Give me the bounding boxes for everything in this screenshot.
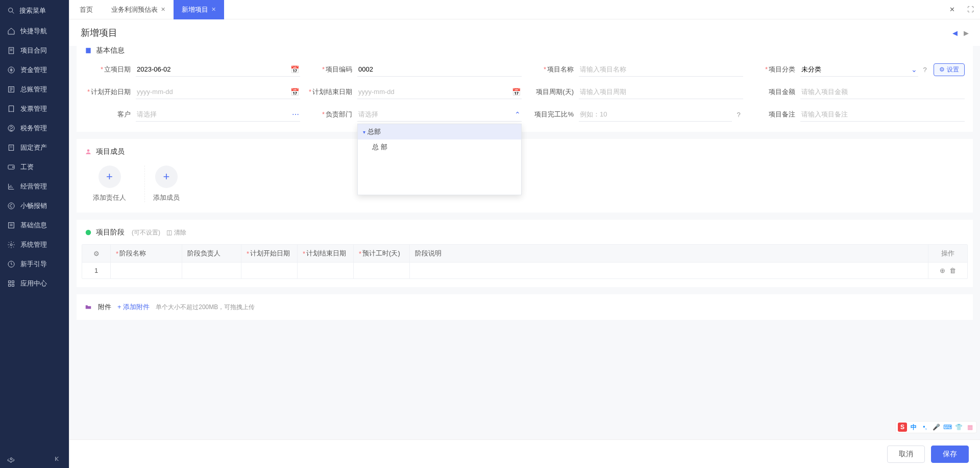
next-icon[interactable]: ▶: [964, 29, 969, 37]
col-name: *阶段名称: [111, 245, 182, 262]
row-name[interactable]: [111, 262, 182, 278]
add-owner: + 添加责任人: [85, 166, 134, 202]
sidebar-item-asset[interactable]: 固定资产: [0, 138, 69, 157]
chevron-up-icon[interactable]: ⌃: [514, 110, 521, 119]
ime-toolbox-icon[interactable]: ▦: [965, 423, 974, 432]
remark-input[interactable]: [800, 107, 965, 122]
svg-rect-15: [12, 284, 14, 286]
sidebar-item-quicknav[interactable]: 快捷导航: [0, 21, 69, 41]
ime-logo-icon[interactable]: S: [898, 423, 907, 432]
sidebar-item-operate[interactable]: 经营管理: [0, 177, 69, 196]
ime-skin-icon[interactable]: 👕: [954, 423, 963, 432]
tab-label: 业务利润预估表: [111, 5, 158, 14]
sidebar-item-tax[interactable]: 税务管理: [0, 119, 69, 138]
calendar-icon[interactable]: 📅: [290, 88, 299, 96]
dropdown-label: 总 部: [372, 143, 387, 152]
dropdown-item-child[interactable]: 总 部: [358, 139, 521, 155]
customer-select[interactable]: [136, 107, 300, 122]
help-icon[interactable]: ?: [734, 111, 743, 119]
stage-table: ⚙ *阶段名称 阶段负责人 *计划开始日期 *计划结束日期 *预计工时(天) 阶…: [82, 244, 968, 279]
sidebar-item-system[interactable]: 系统管理: [0, 235, 69, 254]
sidebar-item-ledger[interactable]: 总账管理: [0, 80, 69, 99]
table-row: 1 ⊕ 🗑: [82, 262, 967, 278]
sidebar-item-appcenter[interactable]: 应用中心: [0, 274, 69, 293]
clear-button[interactable]: ◫清除: [166, 228, 186, 237]
end-input[interactable]: [357, 85, 522, 99]
gear-icon[interactable]: ⚙: [93, 250, 100, 258]
add-row-icon[interactable]: ⊕: [940, 267, 945, 274]
field-date: *立项日期 📅: [82, 62, 303, 77]
ime-mic-icon[interactable]: 🎤: [932, 423, 941, 432]
fullscreen-icon[interactable]: ⛶: [964, 3, 977, 16]
date-input[interactable]: [136, 62, 300, 77]
period-input[interactable]: [579, 85, 743, 99]
save-button[interactable]: 保存: [931, 446, 969, 463]
sidebar-item-invoice[interactable]: 发票管理: [0, 99, 69, 119]
prev-icon[interactable]: ◀: [952, 29, 958, 37]
close-all-icon[interactable]: ✕: [945, 3, 959, 16]
tab-newproject[interactable]: 新增项目✕: [174, 0, 224, 19]
calendar-icon[interactable]: 📅: [512, 88, 521, 96]
add-member-button[interactable]: +: [155, 166, 178, 188]
chevron-down-icon[interactable]: ⌄: [911, 65, 917, 74]
close-icon[interactable]: ✕: [211, 6, 216, 13]
sidebar-footer: [0, 450, 69, 468]
add-attachment-button[interactable]: + 添加附件: [117, 302, 150, 312]
table-header: ⚙ *阶段名称 阶段负责人 *计划开始日期 *计划结束日期 *预计工时(天) 阶…: [82, 245, 967, 262]
row-owner[interactable]: [182, 262, 241, 278]
sidebar-item-expense[interactable]: 小畅报销: [0, 196, 69, 216]
ime-lang-icon[interactable]: 中: [909, 423, 918, 432]
ime-punct-icon[interactable]: •,: [920, 423, 929, 432]
field-code: *项目编码: [303, 62, 525, 77]
page-title: 新增项目: [81, 27, 117, 39]
c-icon: [7, 202, 15, 210]
sidebar-item-baseinfo[interactable]: 基础信息: [0, 216, 69, 235]
sidebar-item-fund[interactable]: 资金管理: [0, 60, 69, 80]
dropdown-item-root[interactable]: ▾总部: [358, 124, 521, 139]
cancel-button[interactable]: 取消: [887, 446, 925, 463]
main: 首页 业务利润预估表✕ 新增项目✕ ✕ ⛶ 新增项目 ◀ ▶ 基本信息: [69, 0, 980, 468]
section-note: (可不设置): [132, 228, 160, 237]
tab-home[interactable]: 首页: [69, 0, 103, 19]
delete-row-icon[interactable]: 🗑: [949, 267, 956, 274]
tab-profit[interactable]: 业务利润预估表✕: [103, 0, 174, 19]
field-progress: 项目完工比% ?: [525, 107, 746, 122]
category-select[interactable]: [800, 62, 918, 77]
sidebar-item-salary[interactable]: 工资: [0, 157, 69, 177]
dept-select[interactable]: [357, 107, 522, 122]
row-end[interactable]: [298, 262, 354, 278]
card-basic: 基本信息 *立项日期 📅 *项目编码: [77, 46, 973, 132]
name-input[interactable]: [579, 62, 743, 77]
row-start[interactable]: [241, 262, 298, 278]
section-basic-title: 基本信息: [82, 46, 968, 55]
apps-icon: [7, 279, 15, 288]
sidebar-search[interactable]: 搜索菜单: [0, 0, 69, 21]
settings-icon[interactable]: [7, 455, 15, 463]
code-input[interactable]: [357, 62, 522, 77]
row-desc[interactable]: [410, 262, 928, 278]
field-control: 📅: [136, 62, 300, 77]
book-icon: [7, 85, 15, 93]
sidebar-item-guide[interactable]: 新手引导: [0, 254, 69, 274]
start-input[interactable]: [136, 85, 300, 99]
collapse-icon[interactable]: [54, 455, 62, 463]
add-owner-button[interactable]: +: [99, 166, 121, 188]
add-member: + 添加成员: [144, 166, 188, 202]
help-icon[interactable]: ?: [920, 66, 929, 74]
add-member-label: 添加成员: [153, 193, 180, 202]
close-icon[interactable]: ✕: [161, 6, 165, 13]
calendar-icon[interactable]: 📅: [290, 65, 299, 74]
field-label: *项目名称: [528, 65, 579, 74]
ime-keyboard-icon[interactable]: ⌨: [943, 423, 952, 432]
tabs-bar: 首页 业务利润预估表✕ 新增项目✕ ✕ ⛶: [69, 0, 980, 19]
amount-input[interactable]: [800, 85, 965, 99]
col-gear: ⚙: [82, 245, 111, 262]
sidebar-item-contract[interactable]: 项目合同: [0, 41, 69, 60]
eraser-icon: ◫: [166, 229, 172, 236]
svg-point-16: [10, 458, 12, 460]
col-start: *计划开始日期: [241, 245, 298, 262]
more-icon[interactable]: ⋯: [292, 110, 299, 119]
progress-input[interactable]: [579, 107, 732, 122]
row-hours[interactable]: [354, 262, 410, 278]
settings-button[interactable]: ⚙设置: [934, 63, 965, 76]
